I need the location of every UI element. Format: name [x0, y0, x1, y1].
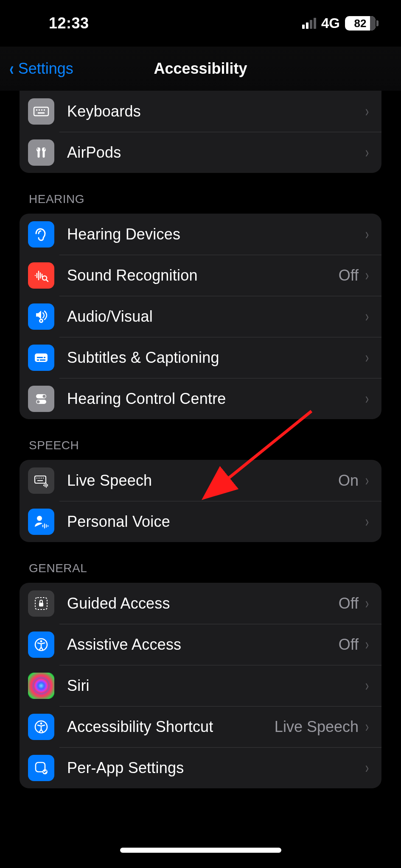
ear-icon	[28, 221, 54, 248]
row-label: Keyboards	[67, 103, 365, 120]
row-siri[interactable]: Siri ›	[20, 665, 381, 706]
sound-recognition-icon	[28, 262, 54, 289]
svg-rect-1	[36, 109, 37, 111]
per-app-settings-icon	[28, 755, 54, 781]
battery-icon: 82	[345, 16, 376, 31]
svg-rect-19	[40, 359, 45, 361]
row-subtitles[interactable]: Subtitles & Captioning ›	[20, 337, 381, 378]
chevron-right-icon: ›	[365, 267, 369, 284]
section-header-speech: SPEECH	[20, 419, 381, 460]
svg-rect-0	[34, 107, 48, 116]
personal-voice-icon	[28, 509, 54, 535]
chevron-left-icon: ‹	[9, 59, 14, 78]
row-value: Live Speech	[275, 718, 359, 736]
chevron-right-icon: ›	[365, 677, 369, 695]
svg-rect-3	[41, 109, 42, 111]
row-label: Live Speech	[67, 472, 338, 490]
airpods-icon	[28, 139, 54, 166]
row-label: Sound Recognition	[67, 267, 339, 284]
svg-rect-40	[39, 603, 43, 606]
chevron-right-icon: ›	[365, 308, 369, 326]
row-label: Personal Voice	[67, 513, 365, 531]
svg-point-34	[37, 516, 42, 521]
chevron-right-icon: ›	[365, 759, 369, 777]
row-guided-access[interactable]: Guided Access Off ›	[20, 583, 381, 624]
row-value: Off	[339, 595, 359, 612]
row-personal-voice[interactable]: Personal Voice ›	[20, 501, 381, 542]
chevron-right-icon: ›	[365, 595, 369, 612]
row-hearing-devices[interactable]: Hearing Devices ›	[20, 214, 381, 255]
network-label: 4G	[321, 15, 340, 31]
chevron-right-icon: ›	[365, 349, 369, 367]
row-label: Subtitles & Captioning	[67, 349, 365, 367]
row-label: Assistive Access	[67, 636, 339, 654]
row-label: Per-App Settings	[67, 759, 365, 777]
accessibility-shortcut-icon	[28, 714, 54, 740]
svg-point-42	[40, 640, 42, 642]
row-accessibility-shortcut[interactable]: Accessibility Shortcut Live Speech ›	[20, 706, 381, 747]
row-live-speech[interactable]: Live Speech On ›	[20, 460, 381, 501]
signal-icon	[302, 18, 316, 29]
chevron-right-icon: ›	[365, 390, 369, 408]
content[interactable]: Keyboards › AirPods › HEARING Hearing De…	[0, 91, 401, 868]
group-speech: Live Speech On › Personal Voice ›	[20, 460, 381, 542]
status-right: 4G 82	[302, 15, 376, 31]
keyboard-icon	[28, 98, 54, 125]
chevron-right-icon: ›	[365, 225, 369, 243]
guided-access-icon	[28, 590, 54, 617]
svg-rect-4	[44, 109, 45, 111]
row-hearing-control-centre[interactable]: Hearing Control Centre ›	[20, 378, 381, 419]
status-bar: 12:33 4G 82	[0, 0, 401, 47]
group-general: Guided Access Off › Assistive Access Off…	[20, 583, 381, 788]
row-airpods[interactable]: AirPods ›	[20, 132, 381, 173]
nav-bar: ‹ Settings Accessibility	[0, 47, 401, 91]
group-hearing: Hearing Devices › Sound Recognition Off …	[20, 214, 381, 419]
svg-rect-2	[39, 109, 40, 111]
assistive-access-icon	[28, 632, 54, 658]
row-label: Guided Access	[67, 595, 339, 612]
status-time: 12:33	[49, 14, 89, 32]
row-audio-visual[interactable]: Audio/Visual ›	[20, 296, 381, 337]
svg-point-23	[37, 400, 40, 403]
row-value: Off	[339, 267, 359, 284]
row-value: Off	[339, 636, 359, 654]
row-label: Hearing Devices	[67, 225, 365, 243]
chevron-right-icon: ›	[365, 144, 369, 161]
svg-rect-16	[37, 357, 43, 358]
row-sound-recognition[interactable]: Sound Recognition Off ›	[20, 255, 381, 296]
subtitles-icon	[28, 345, 54, 371]
row-label: Hearing Control Centre	[67, 390, 365, 408]
chevron-right-icon: ›	[365, 718, 369, 736]
back-button[interactable]: ‹ Settings	[8, 47, 73, 91]
section-header-general: GENERAL	[20, 542, 381, 583]
row-assistive-access[interactable]: Assistive Access Off ›	[20, 624, 381, 665]
screen: 12:33 4G 82 ‹ Settings Accessibility Key…	[0, 0, 401, 868]
live-speech-icon	[28, 467, 54, 494]
siri-icon	[28, 673, 54, 699]
row-label: AirPods	[67, 144, 365, 161]
hearing-control-centre-icon	[28, 386, 54, 412]
battery-level: 82	[354, 17, 367, 30]
row-keyboards[interactable]: Keyboards ›	[20, 91, 381, 132]
row-label: Siri	[67, 677, 365, 695]
svg-line-12	[46, 280, 48, 281]
back-label: Settings	[18, 60, 73, 78]
svg-rect-18	[37, 359, 39, 361]
page-title: Accessibility	[154, 60, 247, 78]
chevron-right-icon: ›	[365, 636, 369, 654]
group-top: Keyboards › AirPods ›	[20, 91, 381, 173]
row-label: Accessibility Shortcut	[67, 718, 275, 736]
svg-point-14	[40, 320, 42, 322]
chevron-right-icon: ›	[365, 513, 369, 531]
svg-point-43	[34, 679, 48, 693]
chevron-right-icon: ›	[365, 472, 369, 490]
chevron-right-icon: ›	[365, 103, 369, 120]
home-indicator[interactable]	[120, 848, 281, 853]
svg-rect-24	[35, 476, 46, 483]
svg-point-21	[43, 395, 46, 398]
row-per-app-settings[interactable]: Per-App Settings ›	[20, 747, 381, 788]
row-label: Audio/Visual	[67, 308, 365, 326]
svg-rect-17	[44, 357, 45, 358]
svg-rect-5	[38, 112, 45, 114]
svg-point-45	[40, 722, 42, 724]
